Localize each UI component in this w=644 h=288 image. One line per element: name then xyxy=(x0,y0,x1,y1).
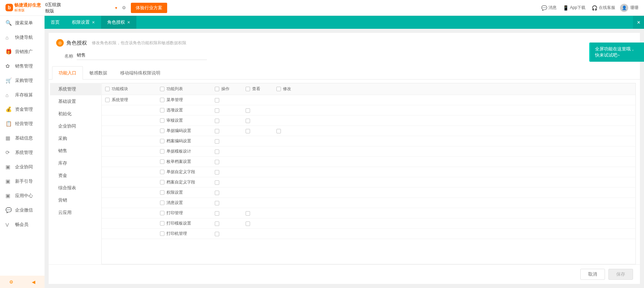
sidebar-icon: ✿ xyxy=(5,63,12,69)
checkbox[interactable] xyxy=(246,211,250,216)
category-list: 系统管理基础设置初始化企业协同采购销售库存资金综合报表营销云应用 xyxy=(50,83,101,264)
checkbox[interactable] xyxy=(160,190,164,195)
header-checkbox[interactable] xyxy=(246,87,250,91)
checkbox[interactable] xyxy=(160,180,164,184)
sidebar-item-12[interactable]: ▣应用中心 xyxy=(0,189,45,203)
username: 珊珊 xyxy=(630,5,639,11)
messages-link[interactable]: 💬消息 xyxy=(541,5,557,11)
table-row: 消息设置 xyxy=(102,198,635,208)
avatar[interactable]: 👤 xyxy=(620,4,628,12)
sidebar-item-5[interactable]: ⌂库存核算 xyxy=(0,88,45,102)
sidebar-item-6[interactable]: 💰资金管理 xyxy=(0,102,45,117)
grid-header-1: 功能列表 xyxy=(157,83,211,95)
online-service-link[interactable]: 🎧在线客服 xyxy=(592,5,615,11)
checkbox[interactable] xyxy=(246,221,250,226)
table-row: 单据编码设置 xyxy=(102,126,635,136)
checkbox[interactable] xyxy=(160,149,164,154)
checkbox[interactable] xyxy=(215,139,219,144)
sidebar-item-7[interactable]: 📋经营管理 xyxy=(0,117,45,131)
collapse-icon[interactable]: ◀ xyxy=(32,279,35,285)
checkbox[interactable] xyxy=(105,98,110,102)
checkbox[interactable] xyxy=(160,118,164,123)
close-icon[interactable]: ✕ xyxy=(127,20,130,25)
category-item-1[interactable]: 基础设置 xyxy=(50,95,101,108)
sidebar-icon: ▦ xyxy=(5,135,12,141)
checkbox[interactable] xyxy=(215,119,219,123)
checkbox[interactable] xyxy=(246,119,250,123)
gear-icon[interactable]: ⚙ xyxy=(122,5,126,10)
checkbox[interactable] xyxy=(160,201,164,205)
close-all-tabs[interactable]: ✕ xyxy=(633,16,644,29)
tab-0[interactable]: 首页 xyxy=(45,16,66,29)
sidebar-item-14[interactable]: V畅会员 xyxy=(0,217,45,232)
checkbox[interactable] xyxy=(215,201,219,205)
category-item-7[interactable]: 资金 xyxy=(50,169,101,182)
checkbox[interactable] xyxy=(215,211,219,216)
checkbox[interactable] xyxy=(215,180,219,185)
checkbox[interactable] xyxy=(215,129,219,133)
checkbox[interactable] xyxy=(215,191,219,195)
table-row: 系统管理菜单管理 xyxy=(102,95,635,105)
subtab-2[interactable]: 移动端特殊权限说明 xyxy=(114,66,167,80)
sidebar-item-8[interactable]: ▦基础信息 xyxy=(0,131,45,145)
cancel-button[interactable]: 取消 xyxy=(580,269,605,280)
checkbox[interactable] xyxy=(160,221,164,226)
checkbox[interactable] xyxy=(160,170,164,174)
tab-2[interactable]: 角色授权✕ xyxy=(101,16,136,29)
checkbox[interactable] xyxy=(160,159,164,164)
header-checkbox[interactable] xyxy=(215,87,219,91)
checkbox[interactable] xyxy=(160,129,164,133)
checkbox[interactable] xyxy=(215,149,219,154)
checkbox[interactable] xyxy=(160,139,164,143)
checkbox[interactable] xyxy=(215,221,219,226)
header-checkbox[interactable] xyxy=(276,87,281,91)
category-item-8[interactable]: 综合报表 xyxy=(50,182,101,194)
settings-icon[interactable]: ⚙ xyxy=(9,279,13,285)
checkbox[interactable] xyxy=(215,170,219,175)
version-select[interactable]: 0五组旗舰版 ▾ xyxy=(45,2,117,14)
checkbox[interactable] xyxy=(215,232,219,236)
sidebar-item-10[interactable]: ▣企业协同 xyxy=(0,160,45,174)
checkbox[interactable] xyxy=(160,108,164,112)
cta-button[interactable]: 体验行业方案 xyxy=(131,3,167,13)
header-checkbox[interactable] xyxy=(160,87,164,91)
category-item-0[interactable]: 系统管理 xyxy=(50,83,101,95)
page-title: 角色授权 xyxy=(66,40,87,46)
save-button[interactable]: 保存 xyxy=(608,269,633,280)
category-item-10[interactable]: 云应用 xyxy=(50,206,101,219)
category-item-6[interactable]: 库存 xyxy=(50,157,101,169)
table-row: 枚举档案设置 xyxy=(102,157,635,167)
category-item-2[interactable]: 初始化 xyxy=(50,108,101,120)
sidebar-item-1[interactable]: ⌂快捷导航 xyxy=(0,30,45,45)
sidebar-item-13[interactable]: 💬企业微信 xyxy=(0,203,45,217)
checkbox[interactable] xyxy=(246,129,250,133)
checkbox[interactable] xyxy=(215,98,219,103)
sidebar-item-2[interactable]: 🎁营销推广 xyxy=(0,45,45,59)
sidebar-icon: ⌂ xyxy=(5,35,12,40)
checkbox[interactable] xyxy=(215,108,219,113)
sidebar-item-0[interactable]: 🔍搜索菜单 xyxy=(0,16,45,30)
app-download-link[interactable]: 📱App下载 xyxy=(563,5,585,11)
checkbox[interactable] xyxy=(276,129,281,133)
checkbox[interactable] xyxy=(160,98,164,102)
table-row: 档案编码设置 xyxy=(102,136,635,146)
category-item-3[interactable]: 企业协同 xyxy=(50,120,101,132)
sidebar-icon: 🛒 xyxy=(5,77,12,84)
subtab-0[interactable]: 功能入口 xyxy=(52,66,83,80)
checkbox[interactable] xyxy=(160,211,164,215)
category-item-4[interactable]: 采购 xyxy=(50,132,101,145)
tab-1[interactable]: 权限设置✕ xyxy=(66,16,101,29)
checkbox[interactable] xyxy=(160,231,164,236)
sidebar-item-9[interactable]: ⟳系统管理 xyxy=(0,145,45,160)
checkbox[interactable] xyxy=(215,160,219,164)
category-item-5[interactable]: 销售 xyxy=(50,145,101,157)
sidebar-item-3[interactable]: ✿销售管理 xyxy=(0,59,45,73)
header-checkbox[interactable] xyxy=(105,87,110,91)
subtab-1[interactable]: 敏感数据 xyxy=(83,66,114,80)
category-item-9[interactable]: 营销 xyxy=(50,194,101,206)
grid-header-0: 功能模块 xyxy=(102,83,157,95)
sidebar-item-11[interactable]: ▣新手引导 xyxy=(0,174,45,189)
checkbox[interactable] xyxy=(246,108,250,113)
close-icon[interactable]: ✕ xyxy=(92,20,95,25)
sidebar-item-4[interactable]: 🛒采购管理 xyxy=(0,73,45,88)
